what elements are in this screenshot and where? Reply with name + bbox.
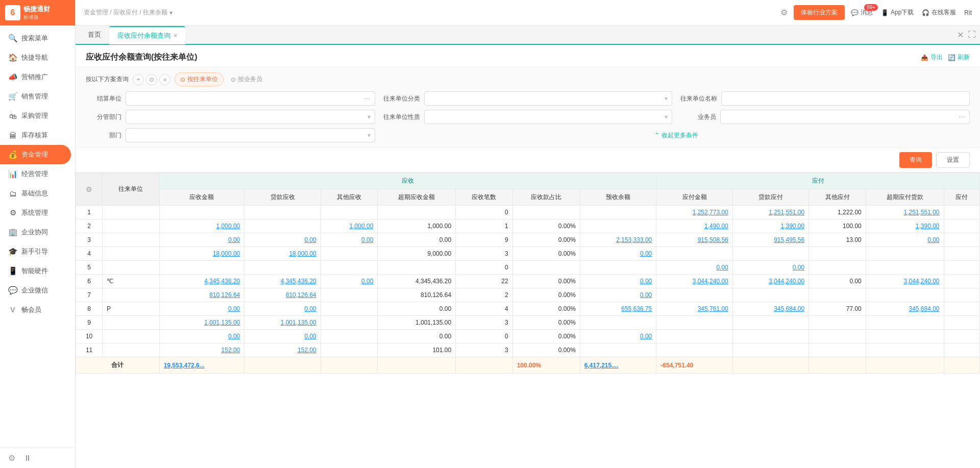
sidebar-collapse-icon[interactable]: ⏸	[23, 454, 32, 463]
row-cell[interactable]	[321, 316, 378, 330]
app-download-btn[interactable]: 📱 App下载	[881, 8, 914, 17]
refresh-btn[interactable]: 🔄 刷新	[948, 53, 970, 62]
row-cell[interactable]: 18,000.00	[159, 247, 244, 261]
row-cell[interactable]	[321, 302, 378, 316]
add-condition-btn[interactable]: +	[133, 74, 144, 85]
footer-recv-amount[interactable]: 19,553,472,6...	[159, 357, 244, 374]
row-cell[interactable]	[159, 206, 244, 219]
row-cell[interactable]	[321, 206, 378, 219]
row-cell[interactable]: 3,044,240.00	[732, 275, 808, 288]
row-cell[interactable]: 1,390.00	[732, 219, 808, 233]
sidebar-item-purchase[interactable]: 🛍 采购管理	[0, 106, 75, 126]
settings-gear-icon[interactable]: ⚙	[780, 8, 788, 17]
sidebar-item-finance[interactable]: 💰 资金管理	[0, 145, 71, 164]
row-cell[interactable]: 4,345,436.20	[244, 275, 321, 288]
row-cell[interactable]	[321, 288, 378, 302]
row-cell[interactable]: 0.00	[580, 275, 656, 288]
sidebar-item-inventory[interactable]: 🏛 库存核算	[0, 126, 75, 145]
row-cell[interactable]: 915,495.56	[732, 233, 808, 247]
row-cell[interactable]: 1,390.00	[866, 219, 944, 233]
row-cell[interactable]: 18,000.00	[244, 247, 321, 261]
row-cell[interactable]	[580, 316, 656, 330]
filter-input-salesman[interactable]: ···	[720, 110, 970, 124]
row-cell[interactable]: 0.00	[580, 330, 656, 343]
row-cell[interactable]	[159, 261, 244, 275]
row-cell[interactable]	[866, 261, 944, 275]
filter-input-dept[interactable]: ▾	[126, 110, 375, 124]
user-info[interactable]: Rit	[964, 9, 972, 16]
condition-collapse-btn[interactable]: «	[159, 74, 170, 85]
row-cell[interactable]	[732, 343, 808, 357]
sidebar-item-sales[interactable]: 🛒 销售管理	[0, 87, 75, 106]
industry-btn[interactable]: 体验行业方案	[794, 5, 845, 20]
row-cell[interactable]	[732, 330, 808, 343]
row-cell[interactable]: 1,251,551.00	[866, 206, 944, 219]
scheme-by-salesman[interactable]: ⊙ 按业务员	[226, 73, 267, 86]
row-cell[interactable]	[656, 330, 732, 343]
tab-home[interactable]: 首页	[80, 26, 109, 43]
row-cell[interactable]: 0.00	[159, 302, 244, 316]
row-cell[interactable]: 810,126.64	[159, 288, 244, 302]
sidebar-item-system[interactable]: ⚙ 系统管理	[0, 203, 75, 223]
row-cell[interactable]: 0.00	[580, 288, 656, 302]
row-cell[interactable]: 0.00	[866, 233, 944, 247]
row-cell[interactable]	[866, 288, 944, 302]
tab-close-icon[interactable]: ×	[174, 32, 177, 39]
row-cell[interactable]	[866, 343, 944, 357]
condition-target-btn[interactable]: ⊙	[146, 74, 157, 85]
row-cell[interactable]: 4,345,436.20	[159, 275, 244, 288]
row-cell[interactable]	[866, 330, 944, 343]
row-cell[interactable]: 3,044,240.00	[866, 275, 944, 288]
filter-input-unit-category[interactable]: ▾	[424, 91, 673, 106]
row-cell[interactable]	[866, 316, 944, 330]
row-cell[interactable]: 0.00	[656, 261, 732, 275]
row-cell[interactable]	[580, 219, 656, 233]
scheme-by-unit[interactable]: ⊙ 按往来单位	[175, 72, 224, 86]
row-cell[interactable]: 345,684.00	[866, 302, 944, 316]
row-cell[interactable]	[656, 343, 732, 357]
row-cell[interactable]: 1,001,135.00	[244, 316, 321, 330]
row-cell[interactable]: 152.00	[244, 343, 321, 357]
row-cell[interactable]	[656, 247, 732, 261]
filter-input-unit-name[interactable]	[721, 91, 970, 106]
row-cell[interactable]: 1,000.00	[159, 219, 244, 233]
row-cell[interactable]	[321, 261, 378, 275]
row-cell[interactable]: 0.00	[159, 330, 244, 343]
row-cell[interactable]	[732, 288, 808, 302]
tab-ar-ap[interactable]: 应收应付余额查询 ×	[109, 26, 185, 44]
row-cell[interactable]: 1,001,135.00	[159, 316, 244, 330]
filter-input-settlement[interactable]: ···	[126, 91, 375, 106]
row-cell[interactable]	[656, 288, 732, 302]
row-cell[interactable]	[321, 247, 378, 261]
sidebar-item-quick-nav[interactable]: 🏠 快捷导航	[0, 48, 75, 67]
sidebar-item-marketing[interactable]: 📣 营销推广	[0, 67, 75, 87]
sidebar-item-wechat[interactable]: 💬 企业微信	[0, 281, 75, 300]
row-cell[interactable]: 2,153,333.00	[580, 233, 656, 247]
row-cell[interactable]	[244, 261, 321, 275]
row-cell[interactable]	[656, 316, 732, 330]
setting-btn[interactable]: 设置	[936, 152, 970, 168]
row-cell[interactable]: 1,251,551.00	[732, 206, 808, 219]
row-cell[interactable]: 345,684.00	[732, 302, 808, 316]
message-btn[interactable]: 💬 消息 99+	[851, 8, 873, 17]
maximize-icon[interactable]: ⛶	[968, 30, 976, 40]
row-cell[interactable]: 0.00	[244, 233, 321, 247]
row-cell[interactable]: 0.00	[244, 302, 321, 316]
row-cell[interactable]: 915,508.56	[656, 233, 732, 247]
online-service-btn[interactable]: 🎧 在线客服	[922, 8, 956, 17]
row-cell[interactable]: 1,490.00	[656, 219, 732, 233]
sidebar-item-member[interactable]: V 畅会员	[0, 300, 75, 319]
sidebar-item-device[interactable]: 📱 智能硬件	[0, 261, 75, 281]
collapse-btn[interactable]: ⌃ 收起更多条件	[654, 131, 698, 140]
row-cell[interactable]: 345,761.00	[656, 302, 732, 316]
footer-prepay-balance[interactable]: 6,417,215....	[580, 357, 656, 374]
row-cell[interactable]: 0.00	[732, 261, 808, 275]
sidebar-item-business[interactable]: 📊 经营管理	[0, 164, 75, 184]
row-cell[interactable]: 0.00	[321, 275, 378, 288]
sidebar-item-base-info[interactable]: 🗂 基础信息	[0, 184, 75, 203]
row-cell[interactable]: 655,636.75	[580, 302, 656, 316]
filter-input-department[interactable]: ▾	[126, 128, 375, 142]
row-cell[interactable]: 0.00	[321, 233, 378, 247]
row-cell[interactable]: 3,044,240.00	[656, 275, 732, 288]
breadcrumb-dropdown[interactable]: ▾	[169, 9, 173, 16]
